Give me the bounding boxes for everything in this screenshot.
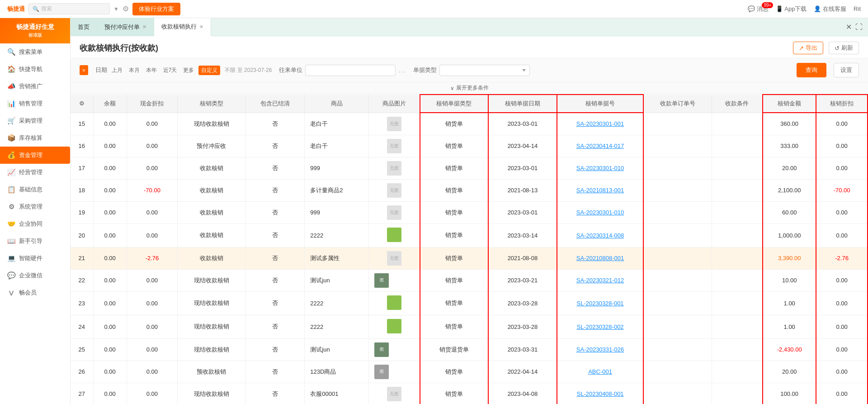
tab-collection-close-icon[interactable]: ✕ xyxy=(199,24,203,30)
settings-gear-icon[interactable]: ⚙ xyxy=(123,5,129,13)
expand-icon: ∨ xyxy=(450,85,454,91)
sidebar-item-finance[interactable]: 💰 资金管理 xyxy=(0,147,70,164)
tab-prepayment-close-icon[interactable]: ✕ xyxy=(142,24,146,30)
cell-bill-no[interactable]: SA-20210808-001 xyxy=(557,247,644,269)
cell-bill-no[interactable]: SA-20230301-001 xyxy=(557,113,644,135)
cell-cash-discount: 0.00 xyxy=(127,361,177,383)
last7days-btn[interactable]: 近7天 xyxy=(161,66,179,75)
sidebar-label-search: 搜索菜单 xyxy=(19,48,42,56)
export-button[interactable]: ↗ 导出 xyxy=(793,42,823,54)
sidebar-item-sales[interactable]: 📊 销售管理 xyxy=(0,95,70,112)
cell-bill-no[interactable]: SL-20230328-002 xyxy=(557,315,644,338)
messages-badge[interactable]: 💬 消息 99+ xyxy=(748,5,769,13)
cell-bill-no[interactable]: SA-20230314-008 xyxy=(557,223,644,247)
expand-conditions-button[interactable]: ∨ 展开更多条件 xyxy=(450,84,489,92)
tab-close-all-icon[interactable]: ✕ xyxy=(846,23,852,31)
cell-image: 图 xyxy=(369,361,420,383)
date-label: 日期 xyxy=(95,66,107,74)
cell-amount: 1,000.00 xyxy=(763,223,816,247)
sidebar-item-inventory[interactable]: 📦 库存核算 xyxy=(0,129,70,147)
cell-bill-date: 2023-03-01 xyxy=(488,157,557,179)
page-content: 收款核销执行(按收款) ↗ 导出 ↺ 刷新 » 日期 上月 本月 本 xyxy=(71,36,868,404)
cell-bill-no[interactable]: SA-20210813-001 xyxy=(557,179,644,201)
cell-type: 预付冲应收 xyxy=(178,135,245,157)
tab-home-label: 首页 xyxy=(78,23,90,31)
table-container[interactable]: ⚙ 余额 现金折扣 核销类型 包含已结清 商品 商品图片 核销单据类型 核销单据… xyxy=(71,94,868,404)
cell-bill-no[interactable]: SA-20230414-017 xyxy=(557,135,644,157)
col-gear[interactable]: ⚙ xyxy=(71,95,93,113)
home-icon: 🏠 xyxy=(7,65,15,73)
hardware-icon: 💻 xyxy=(7,254,15,262)
sidebar-item-vip[interactable]: V 畅会员 xyxy=(0,284,70,301)
cell-payment-term xyxy=(712,223,763,247)
cell-settled: 否 xyxy=(245,157,305,179)
refresh-icon: ↺ xyxy=(835,45,840,52)
this-year-btn[interactable]: 本年 xyxy=(144,66,159,75)
cell-id: 16 xyxy=(71,135,93,157)
cell-bill-no[interactable]: SL-20230408-001 xyxy=(557,383,644,404)
cell-goods: 测试jun xyxy=(305,269,369,291)
custom-date-btn[interactable]: 自定义 xyxy=(198,66,220,75)
cell-discount: 0.00 xyxy=(816,269,868,291)
table-row: 20 0.00 0.00 收款核销 否 2222 销货单 2023-03-14 … xyxy=(71,223,868,247)
cell-bill-date: 2021-08-13 xyxy=(488,179,557,201)
cell-id: 27 xyxy=(71,383,93,404)
sidebar-item-weixin[interactable]: 💬 企业微信 xyxy=(0,267,70,284)
industry-solution-button[interactable]: 体验行业方案 xyxy=(132,3,180,15)
cell-bill-date: 2023-03-01 xyxy=(488,201,557,223)
sidebar-item-basics[interactable]: 📋 基础信息 xyxy=(0,181,70,198)
inventory-icon: 📦 xyxy=(7,134,15,142)
cell-type: 收款核销 xyxy=(178,201,245,223)
tab-collection[interactable]: 收款核销执行 ✕ xyxy=(154,18,211,36)
online-service-link[interactable]: 👤 在线客服 xyxy=(814,5,846,13)
cell-bill-no[interactable]: SA-20230301-010 xyxy=(557,157,644,179)
sidebar-item-search[interactable]: 🔍 搜索菜单 xyxy=(0,43,70,61)
filter-toggle-button[interactable]: » xyxy=(80,65,88,75)
expand-label: 展开更多条件 xyxy=(456,84,489,92)
sidebar-item-collab[interactable]: 🤝 企业协同 xyxy=(0,215,70,233)
cell-bill-no[interactable]: SL-20230328-001 xyxy=(557,291,644,315)
marketing-icon: 📣 xyxy=(7,82,15,90)
cell-bill-no[interactable]: ABC-001 xyxy=(557,361,644,383)
cell-image: 无图 xyxy=(369,201,420,223)
sidebar-item-operations[interactable]: 📈 经营管理 xyxy=(0,164,70,181)
sidebar-item-system[interactable]: ⚙ 系统管理 xyxy=(0,198,70,215)
tab-expand-icon[interactable]: ⛶ xyxy=(855,23,863,31)
refresh-button[interactable]: ↺ 刷新 xyxy=(829,42,859,54)
cell-discount: 0.00 xyxy=(816,157,868,179)
sidebar-item-hardware[interactable]: 💻 智能硬件 xyxy=(0,250,70,267)
filter-dots: ... xyxy=(398,67,406,74)
cell-goods: 测试jun xyxy=(305,338,369,361)
cell-amount: 1.00 xyxy=(763,291,816,315)
cell-amount: 60.00 xyxy=(763,201,816,223)
cell-bill-no[interactable]: SA-20230331-026 xyxy=(557,338,644,361)
bill-type-select[interactable]: 销货单 销货退货单 xyxy=(439,65,530,76)
tab-prepayment[interactable]: 预付冲应付单 ✕ xyxy=(97,18,154,36)
tab-home[interactable]: 首页 xyxy=(71,18,97,36)
cell-balance: 0.00 xyxy=(93,179,127,201)
query-button[interactable]: 查询 xyxy=(797,63,826,77)
sidebar-item-nav[interactable]: 🏠 快捷导航 xyxy=(0,61,70,78)
table-row: 19 0.00 0.00 收款核销 否 999 无图 销货单 2023-03-0… xyxy=(71,201,868,223)
partner-input[interactable] xyxy=(305,65,396,76)
user-info[interactable]: Rit xyxy=(854,5,861,12)
col-goods: 商品 xyxy=(305,95,369,113)
partner-label: 往来单位 xyxy=(279,66,302,74)
dropdown-toggle[interactable]: ▼ xyxy=(113,6,119,12)
col-balance: 余额 xyxy=(93,95,127,113)
cell-bill-type: 销货单 xyxy=(420,179,489,201)
settings-button[interactable]: 设置 xyxy=(834,63,859,77)
sidebar-item-guide[interactable]: 📖 新手引导 xyxy=(0,233,70,250)
more-date-btn[interactable]: 更多 xyxy=(181,66,196,75)
cell-bill-no[interactable]: SA-20230321-012 xyxy=(557,269,644,291)
cell-discount: 0.00 xyxy=(816,113,868,135)
sidebar-item-purchase[interactable]: 🛒 采购管理 xyxy=(0,112,70,129)
date-range-display: 不限 至 2023-07-26 xyxy=(225,67,272,74)
cell-bill-no[interactable]: SA-20230301-010 xyxy=(557,201,644,223)
table-row: 27 0.00 0.00 现结收款核销 否 衣服00001 无图 销货单 202… xyxy=(71,383,868,404)
last-month-btn[interactable]: 上月 xyxy=(110,66,124,75)
cell-type: 收款核销 xyxy=(178,157,245,179)
sidebar-item-marketing[interactable]: 📣 营销推广 xyxy=(0,78,70,95)
this-month-btn[interactable]: 本月 xyxy=(127,66,142,75)
app-download-link[interactable]: 📱 App下载 xyxy=(776,5,807,13)
